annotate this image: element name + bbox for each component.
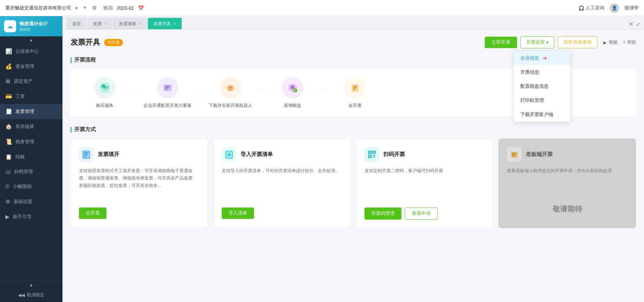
svg-rect-28 bbox=[84, 155, 87, 156]
svg-rect-7 bbox=[165, 86, 170, 87]
svg-rect-15 bbox=[233, 87, 234, 89]
svg-rect-29 bbox=[84, 156, 87, 157]
sidebar-item-cloud-report[interactable]: 📊 云报表中心 bbox=[0, 44, 62, 59]
activate-btn[interactable]: 立即开通 bbox=[485, 37, 517, 48]
method-card-boss-invoice: 老板端开票 查看老板端小程序提交的开票申请，并作出相应的处理 敬请期待 bbox=[499, 139, 636, 228]
calendar-icon[interactable]: 📅 bbox=[138, 5, 144, 11]
svg-rect-44 bbox=[512, 154, 515, 155]
app-logo-icon: ☁ bbox=[4, 20, 16, 32]
question-icon: ? bbox=[623, 40, 625, 45]
add-company-btn[interactable]: + bbox=[82, 4, 88, 11]
tab-invoice-open[interactable]: 发票开具 × bbox=[148, 18, 182, 29]
process-step-buy-service: + 购买服务 bbox=[81, 77, 128, 109]
tab-home[interactable]: 首页 bbox=[67, 18, 87, 29]
settings-icon[interactable]: ⚙ bbox=[92, 5, 97, 11]
scroll-down-btn[interactable]: ▼ bbox=[0, 282, 62, 289]
method-card-scan-invoice: 扫码开票 支持定制开票二维码，客户端可扫码开票 开票码管理 查看申请 bbox=[356, 139, 493, 228]
dropdown-item-download-client[interactable]: 下载开票客户端 bbox=[514, 108, 570, 122]
user-name: 徐泽华 bbox=[625, 5, 639, 11]
support-btn[interactable]: 🎧 人工咨询 bbox=[578, 5, 604, 11]
video-play-icon: ▶ bbox=[603, 40, 607, 45]
dropdown-item-company-info[interactable]: 企业信息 ➜ bbox=[514, 51, 570, 65]
svg-rect-14 bbox=[227, 87, 228, 89]
sidebar-item-settlement[interactable]: 📋 结账 bbox=[0, 149, 62, 164]
settlement-icon: 📋 bbox=[5, 154, 12, 160]
pin-icon: ◀◀ bbox=[18, 293, 25, 298]
process-step-go-invoice: 去开票 bbox=[332, 77, 379, 109]
tab-expand-btn[interactable]: ⤢ bbox=[636, 21, 640, 28]
svg-rect-23 bbox=[353, 89, 356, 89]
tab-invoice-close[interactable]: × bbox=[104, 22, 107, 26]
period-label: 账期 bbox=[103, 5, 113, 11]
dropdown-item-printer[interactable]: 打印机管理 bbox=[514, 93, 570, 108]
settings-btn[interactable]: 开票设置 ▾ bbox=[520, 36, 554, 48]
app-logo-sub: 旗舰版 bbox=[19, 27, 48, 32]
settings-dropdown-arrow: ▾ bbox=[546, 40, 549, 45]
scan-invoice-view-btn[interactable]: 查看申请 bbox=[405, 207, 438, 220]
fill-invoice-title: 发票填开 bbox=[98, 151, 119, 158]
sidebar-scroll-up[interactable]: ▲ bbox=[0, 36, 62, 44]
company-name: 重庆畅捷交通信息咨询有限公司 bbox=[5, 5, 71, 11]
sidebar-item-archive[interactable]: 🗂 归档管理 bbox=[0, 164, 62, 179]
svg-rect-8 bbox=[165, 87, 169, 88]
svg-rect-27 bbox=[84, 154, 88, 154]
svg-text:+: + bbox=[294, 89, 296, 92]
sidebar-item-new-guide[interactable]: ▶ 新手引导 bbox=[0, 209, 62, 224]
fill-invoice-go-btn[interactable]: 去开票 bbox=[79, 207, 106, 219]
boss-invoice-title: 老板端开票 bbox=[526, 151, 553, 158]
app-logo-text: 畅捷通好会计 bbox=[19, 21, 48, 27]
archive-icon: 🗂 bbox=[5, 169, 11, 175]
settings-dropdown-menu: 企业信息 ➜ 开票信息 配置税盘信息 打印机管理 下 bbox=[513, 50, 570, 122]
tax-icon: 📜 bbox=[5, 139, 12, 145]
svg-point-12 bbox=[228, 89, 230, 90]
boss-invoice-desc: 查看老板端小程序提交的开票申请，并作出相应的处理 bbox=[507, 167, 628, 201]
sidebar-item-fund[interactable]: 💰 资金管理 bbox=[0, 59, 62, 74]
sidebar-item-basic-settings[interactable]: ⚙ 基础设置 bbox=[0, 194, 62, 209]
svg-rect-36 bbox=[369, 152, 371, 153]
svg-rect-26 bbox=[84, 152, 89, 153]
report-sales-icon: © bbox=[5, 184, 9, 190]
sidebar-item-salary[interactable]: 💳 工资 bbox=[0, 89, 62, 104]
svg-point-13 bbox=[231, 89, 232, 90]
invoice-icon: 🧾 bbox=[5, 108, 12, 115]
scan-invoice-icon bbox=[364, 147, 379, 162]
svg-rect-37 bbox=[373, 152, 375, 153]
svg-rect-43 bbox=[512, 153, 517, 154]
basic-settings-icon: ⚙ bbox=[5, 198, 10, 205]
fund-icon: 💰 bbox=[5, 63, 12, 70]
sidebar-item-report-sales[interactable]: © 小畅报销 bbox=[0, 179, 62, 194]
status-badge: 待开通 bbox=[104, 39, 123, 46]
cancel-pin-btn[interactable]: ◀◀ 取消固定 bbox=[0, 289, 62, 301]
sidebar-item-invoice[interactable]: 🧾 发票管理 bbox=[0, 104, 62, 119]
scan-invoice-qr-btn[interactable]: 开票码管理 bbox=[364, 207, 401, 220]
dropdown-item-invoice-info[interactable]: 开票信息 bbox=[514, 65, 570, 79]
svg-rect-11 bbox=[229, 86, 232, 88]
method-card-import-list: 导入开票清单 支持导入待开票清单，可对待开票清单进行拆分、合并处理。 导入清单 bbox=[213, 139, 351, 228]
tab-close-btn[interactable]: ✕ bbox=[629, 21, 634, 28]
salary-icon: 💳 bbox=[5, 93, 12, 100]
tab-invoice[interactable]: 发票 × bbox=[87, 18, 113, 29]
sidebar-item-inventory[interactable]: 🏠 库存核算 bbox=[0, 119, 62, 134]
period-value: 2023-01 bbox=[117, 5, 134, 11]
tab-invoice-calc[interactable]: 发票测算 × bbox=[113, 18, 147, 29]
sidebar-item-fixed-assets[interactable]: 🏛 固定资产 bbox=[0, 74, 62, 89]
process-step-download-robot: 下载并安装开票机器人 bbox=[207, 77, 254, 109]
scan-invoice-title: 扫码开票 bbox=[383, 151, 405, 158]
boss-invoice-icon bbox=[507, 147, 522, 162]
methods-section-title: 开票方式 bbox=[71, 126, 636, 133]
anomaly-btn[interactable]: 异常清单查询 bbox=[558, 36, 597, 48]
dropdown-arrow-icon[interactable]: ▾ bbox=[75, 5, 78, 11]
inventory-icon: 🏠 bbox=[5, 123, 12, 130]
import-list-btn[interactable]: 导入清单 bbox=[222, 207, 254, 219]
sidebar-item-tax[interactable]: 📜 税务管理 bbox=[0, 134, 62, 149]
dropdown-item-tax-disk[interactable]: 配置税盘信息 bbox=[514, 79, 570, 93]
import-list-icon bbox=[222, 147, 237, 162]
tab-invoice-open-close[interactable]: × bbox=[174, 22, 176, 26]
red-arrow-icon: ➜ bbox=[543, 55, 547, 61]
tab-invoice-calc-close[interactable]: × bbox=[139, 22, 141, 26]
process-step-config: 企业开通配置开票六要素 bbox=[143, 77, 191, 109]
svg-rect-24 bbox=[83, 151, 90, 158]
video-help[interactable]: ▶ 视频 | ? 帮助 bbox=[603, 39, 636, 45]
svg-rect-22 bbox=[353, 87, 356, 88]
fill-invoice-desc: 支持按照发票样式手工填开发票；可开具增值税电子普通发票、增值税普通发票、增值税专… bbox=[79, 167, 200, 201]
